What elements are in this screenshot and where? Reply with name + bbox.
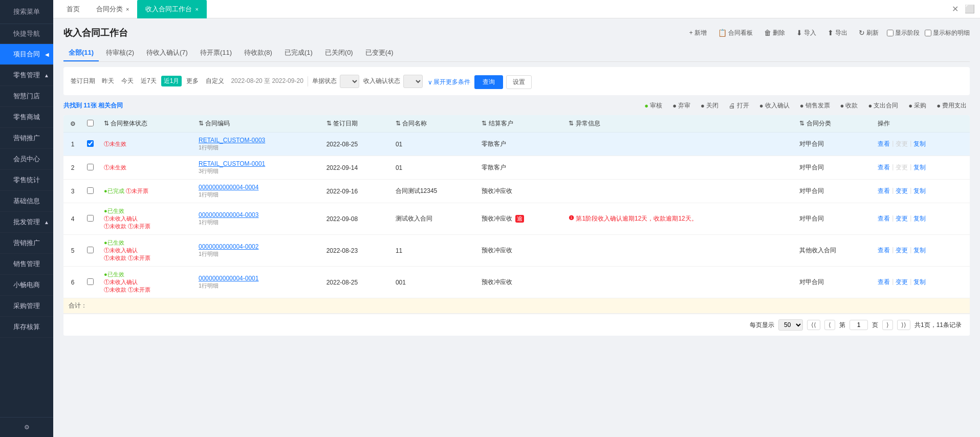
action-collection-btn[interactable]: ● 收款 xyxy=(837,100,861,111)
tab-close-contract-cat[interactable]: × xyxy=(126,0,129,18)
row-checkbox[interactable] xyxy=(87,215,94,222)
expand-more-btn[interactable]: ∨ 展开更多条件 xyxy=(428,78,470,86)
show-marks-checkbox[interactable] xyxy=(925,30,931,36)
sidebar-item-purchase[interactable]: 采购管理 xyxy=(0,296,53,317)
refresh-button[interactable]: ↻ 刷新 xyxy=(856,27,882,39)
select-all-checkbox[interactable] xyxy=(87,120,94,126)
sidebar-item-retail-stats[interactable]: 零售统计 xyxy=(0,170,53,191)
change-btn[interactable]: 变更 xyxy=(896,278,908,287)
filter-tab-pending-invoice[interactable]: 待开票(11) xyxy=(195,45,237,61)
filter-tab-completed[interactable]: 已完成(1) xyxy=(279,45,318,61)
copy-btn[interactable]: 复制 xyxy=(913,246,926,255)
sidebar-item-wholesale[interactable]: 批发管理 ▲ xyxy=(0,212,53,233)
sidebar-settings[interactable]: ⚙ xyxy=(0,417,53,437)
sidebar-item-marketing2[interactable]: 营销推广 xyxy=(0,233,53,254)
sidebar-item-xiaoepay[interactable]: 小畅电商 xyxy=(0,275,53,296)
view-btn[interactable]: 查看 xyxy=(878,163,890,172)
date-btn-7days[interactable]: 近7天 xyxy=(138,76,159,86)
date-btn-today[interactable]: 今天 xyxy=(119,76,136,86)
date-btn-custom[interactable]: 自定义 xyxy=(203,76,227,86)
action-review-btn[interactable]: ● 审核 xyxy=(641,100,665,111)
view-btn[interactable]: 查看 xyxy=(878,140,890,148)
action-purchase-btn[interactable]: ● 采购 xyxy=(905,100,929,111)
action-abandon-btn[interactable]: ● 弃审 xyxy=(669,100,693,111)
contract-code-link[interactable]: 0000000000004-0003 xyxy=(199,211,258,218)
change-btn[interactable]: 变更 xyxy=(896,140,908,148)
last-page-btn[interactable]: ⟩⟩ xyxy=(897,320,910,330)
filter-tab-changed[interactable]: 已变更(4) xyxy=(360,45,399,61)
per-page-select[interactable]: 50 xyxy=(778,319,803,331)
window-close-btn[interactable]: ✕ xyxy=(952,4,959,14)
change-btn[interactable]: 变更 xyxy=(896,246,908,255)
action-income-confirm-btn[interactable]: ● 收入确认 xyxy=(756,100,793,111)
sidebar-item-marketing[interactable]: 营销推广 xyxy=(0,128,53,149)
sidebar-item-sales-mgmt[interactable]: 销售管理 xyxy=(0,254,53,275)
filter-tab-all[interactable]: 全部(11) xyxy=(63,45,99,61)
view-btn[interactable]: 查看 xyxy=(878,246,890,255)
filter-tab-closed[interactable]: 已关闭(0) xyxy=(320,45,358,61)
row-checkbox[interactable] xyxy=(87,278,94,285)
action-print-btn[interactable]: 🖨 打开 xyxy=(726,100,752,111)
action-close-btn[interactable]: ● 关闭 xyxy=(698,100,722,111)
contract-code-link[interactable]: RETAIL_CUSTOM-0001 xyxy=(199,160,265,167)
show-fields-checkbox[interactable] xyxy=(887,30,894,36)
contract-code-link[interactable]: 0000000000004-0004 xyxy=(199,184,258,191)
sidebar-item-smart-store[interactable]: 智慧门店 xyxy=(0,86,53,107)
tab-contract-cat[interactable]: 合同分类 × xyxy=(88,0,137,18)
view-btn[interactable]: 查看 xyxy=(878,214,890,223)
tab-close-income-workbench[interactable]: × xyxy=(195,0,198,18)
filter-tab-pending-collection[interactable]: 待收款(8) xyxy=(239,45,277,61)
income-confirm-select[interactable] xyxy=(403,75,423,88)
prev-page-btn[interactable]: ⟨ xyxy=(824,320,835,330)
contract-code-link[interactable]: 0000000000004-0002 xyxy=(199,243,258,250)
add-button[interactable]: + 新增 xyxy=(686,27,710,39)
row-code: 0000000000004-0001 1行明细 xyxy=(193,267,321,298)
sidebar-item-base-info[interactable]: 基础信息 xyxy=(0,191,53,212)
sidebar-item-retail-shop[interactable]: 零售商城 xyxy=(0,107,53,128)
next-page-btn[interactable]: ⟩ xyxy=(882,320,893,330)
window-expand-btn[interactable]: ⬜ xyxy=(965,4,975,14)
copy-btn[interactable]: 复制 xyxy=(913,163,926,172)
date-btn-1month[interactable]: 近1月 xyxy=(161,76,182,86)
import-button[interactable]: ⬇ 导入 xyxy=(793,27,819,39)
delete-button[interactable]: 🗑 删除 xyxy=(761,27,788,39)
sidebar-item-retail[interactable]: 零售管理 ▲ xyxy=(0,65,53,86)
change-btn[interactable]: 变更 xyxy=(896,163,908,172)
action-sales-invoice-btn[interactable]: ● 销售发票 xyxy=(797,100,833,111)
first-page-btn[interactable]: ⟨⟨ xyxy=(807,320,820,330)
sidebar-item-project[interactable]: 项目合同 ◀ xyxy=(0,44,53,65)
view-btn[interactable]: 查看 xyxy=(878,278,890,287)
copy-btn[interactable]: 复制 xyxy=(913,278,926,287)
row-checkbox[interactable] xyxy=(87,164,94,170)
row-checkbox[interactable] xyxy=(87,247,94,253)
action-expense-out-btn[interactable]: ● 支出合同 xyxy=(865,100,901,111)
date-btn-more[interactable]: 更多 xyxy=(184,76,201,86)
contract-code-link[interactable]: RETAIL_CUSTOM-0003 xyxy=(199,137,265,144)
sidebar-quick-nav[interactable]: 快捷导航 xyxy=(0,24,53,44)
change-btn[interactable]: 变更 xyxy=(896,214,908,223)
sidebar-item-member[interactable]: 会员中心 xyxy=(0,149,53,170)
copy-btn[interactable]: 复制 xyxy=(913,140,926,148)
query-button[interactable]: 查询 xyxy=(474,75,503,89)
date-btn-yesterday[interactable]: 昨天 xyxy=(99,76,117,86)
tab-home[interactable]: 首页 xyxy=(58,0,88,18)
filter-tab-pending-review[interactable]: 待审核(2) xyxy=(101,45,139,61)
sidebar-item-inventory[interactable]: 库存核算 xyxy=(0,317,53,338)
copy-btn[interactable]: 复制 xyxy=(913,214,926,223)
view-btn[interactable]: 查看 xyxy=(878,187,890,195)
sidebar-search[interactable]: 搜索菜单 xyxy=(0,0,53,24)
action-cost-out-btn[interactable]: ● 费用支出 xyxy=(933,100,970,111)
change-btn[interactable]: 变更 xyxy=(896,187,908,195)
copy-btn[interactable]: 复制 xyxy=(913,187,926,195)
tab-income-workbench[interactable]: 收入合同工作台 × xyxy=(137,0,206,18)
export-button[interactable]: ⬆ 导出 xyxy=(824,27,851,39)
doc-status-select[interactable] xyxy=(340,75,359,88)
page-input[interactable] xyxy=(850,320,868,330)
col-settings[interactable]: ⚙ xyxy=(63,115,82,133)
filter-tab-pending-income[interactable]: 待收入确认(7) xyxy=(141,45,193,61)
row-checkbox[interactable] xyxy=(87,140,94,147)
dashboard-button[interactable]: 📋 合同看板 xyxy=(715,27,756,39)
row-checkbox[interactable] xyxy=(87,187,94,194)
contract-code-link[interactable]: 0000000000004-0001 xyxy=(199,275,258,282)
settings-button[interactable]: 设置 xyxy=(506,75,532,89)
